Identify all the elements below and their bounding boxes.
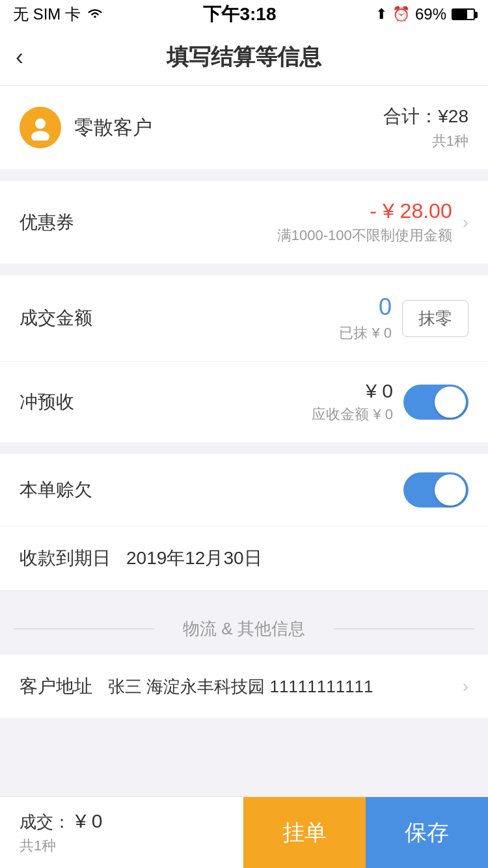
advance-label: 冲预收 bbox=[20, 390, 74, 414]
status-bar: 无 SIM 卡 下午3:18 ⬆ ⏰ 69% bbox=[0, 0, 488, 29]
location-icon: ⬆ bbox=[375, 6, 387, 23]
debt-row: 本单赊欠 bbox=[0, 454, 488, 526]
amount-value-block: 0 已抹 ¥ 0 bbox=[339, 293, 392, 343]
due-date-label: 收款到期日 bbox=[20, 546, 111, 571]
status-right: ⬆ ⏰ 69% bbox=[375, 5, 475, 23]
address-row[interactable]: 客户地址 张三 海淀永丰科技园 11111111111 › bbox=[0, 655, 488, 718]
divider-line-right bbox=[334, 629, 475, 629]
bottom-count: 共1种 bbox=[20, 836, 224, 856]
status-left: 无 SIM 卡 bbox=[13, 4, 104, 25]
customer-avatar bbox=[20, 107, 61, 148]
amount-value: 0 bbox=[339, 293, 392, 321]
customer-section: 零散客户 合计：¥28 共1种 bbox=[0, 86, 488, 169]
advance-toggle[interactable] bbox=[403, 385, 468, 420]
bottom-deal-label: 成交： bbox=[20, 812, 70, 832]
battery-icon bbox=[452, 8, 475, 20]
nav-bar: ‹ 填写结算等信息 bbox=[0, 29, 488, 86]
advance-amount: ¥ 0 bbox=[312, 380, 393, 402]
bottom-summary: 成交： ¥ 0 共1种 bbox=[0, 810, 243, 856]
time-display: 下午3:18 bbox=[203, 2, 276, 27]
advance-toggle-knob bbox=[435, 387, 466, 418]
amount-row: 成交金额 0 已抹 ¥ 0 抹零 bbox=[0, 275, 488, 362]
customer-right: 合计：¥28 共1种 bbox=[383, 104, 468, 151]
address-section: 客户地址 张三 海淀永丰科技园 11111111111 › bbox=[0, 655, 488, 718]
bottom-deal-line: 成交： ¥ 0 bbox=[20, 810, 224, 834]
save-button[interactable]: 保存 bbox=[366, 797, 488, 868]
coupon-right: - ¥ 28.00 满1000-100不限制使用金额 › bbox=[74, 199, 468, 245]
debt-label: 本单赊欠 bbox=[20, 478, 92, 502]
advance-value-block: ¥ 0 应收金额 ¥ 0 bbox=[312, 380, 393, 424]
coupon-value-block: - ¥ 28.00 满1000-100不限制使用金额 bbox=[277, 199, 452, 245]
round-zero-button[interactable]: 抹零 bbox=[402, 300, 468, 337]
customer-name: 零散客户 bbox=[74, 115, 152, 141]
divider-line-left bbox=[13, 629, 154, 629]
address-chevron-icon: › bbox=[463, 676, 468, 697]
coupon-row[interactable]: 优惠券 - ¥ 28.00 满1000-100不限制使用金额 › bbox=[0, 181, 488, 264]
carrier-text: 无 SIM 卡 bbox=[13, 4, 81, 25]
customer-total: 合计：¥28 bbox=[383, 104, 468, 129]
coupon-section: 优惠券 - ¥ 28.00 满1000-100不限制使用金额 › bbox=[0, 181, 488, 264]
back-button[interactable]: ‹ bbox=[16, 44, 23, 71]
svg-point-0 bbox=[35, 118, 46, 129]
address-value: 张三 海淀永丰科技园 11111111111 bbox=[108, 675, 463, 698]
transaction-section: 成交金额 0 已抹 ¥ 0 抹零 冲预收 ¥ 0 应收金额 ¥ 0 bbox=[0, 275, 488, 442]
bottom-bar: 成交： ¥ 0 共1种 挂单 保存 bbox=[0, 796, 488, 868]
svg-point-1 bbox=[31, 131, 49, 141]
customer-left: 零散客户 bbox=[20, 107, 152, 148]
advance-row: 冲预收 ¥ 0 应收金额 ¥ 0 bbox=[0, 362, 488, 442]
coupon-desc: 满1000-100不限制使用金额 bbox=[277, 226, 452, 245]
due-date-value: 2019年12月30日 bbox=[126, 546, 262, 571]
amount-right: 0 已抹 ¥ 0 抹零 bbox=[92, 293, 468, 343]
advance-right: ¥ 0 应收金额 ¥ 0 bbox=[74, 380, 468, 424]
coupon-label: 优惠券 bbox=[20, 210, 74, 235]
page-title: 填写结算等信息 bbox=[167, 42, 321, 72]
bottom-deal-amount: ¥ 0 bbox=[75, 810, 103, 832]
debt-right bbox=[92, 472, 468, 508]
coupon-discount: - ¥ 28.00 bbox=[277, 199, 452, 223]
logistics-divider: 物流 & 其他信息 bbox=[0, 603, 488, 655]
amount-label: 成交金额 bbox=[20, 306, 92, 331]
debt-section: 本单赊欠 收款到期日 2019年12月30日 bbox=[0, 454, 488, 591]
wifi-icon bbox=[86, 5, 104, 23]
already-deducted: 已抹 ¥ 0 bbox=[339, 323, 392, 343]
chevron-right-icon: › bbox=[463, 212, 468, 233]
hangup-button[interactable]: 挂单 bbox=[243, 797, 366, 868]
address-label: 客户地址 bbox=[20, 674, 92, 699]
debt-toggle[interactable] bbox=[403, 472, 468, 508]
customer-count: 共1种 bbox=[383, 131, 468, 151]
battery-text: 69% bbox=[415, 5, 446, 23]
due-date-row: 收款到期日 2019年12月30日 bbox=[0, 526, 488, 591]
logistics-text: 物流 & 其他信息 bbox=[183, 617, 305, 640]
alarm-icon: ⏰ bbox=[392, 6, 410, 23]
bottom-buttons: 挂单 保存 bbox=[243, 797, 488, 868]
debt-toggle-knob bbox=[435, 474, 466, 506]
advance-receivable: 应收金额 ¥ 0 bbox=[312, 405, 393, 424]
